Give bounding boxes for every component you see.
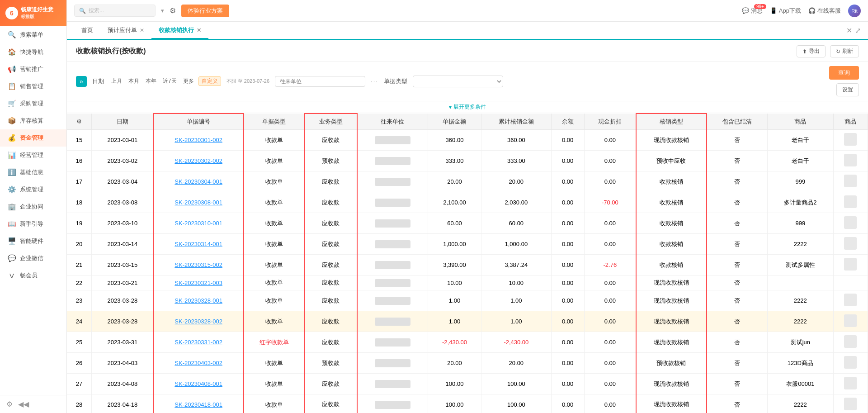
cell-voucher-no[interactable]: SK-20230304-001 bbox=[154, 171, 244, 192]
sidebar-item-guide[interactable]: 📖新手引导 bbox=[0, 215, 66, 233]
cell-partner: ██████ bbox=[357, 171, 428, 192]
gear-icon[interactable]: ⚙ bbox=[170, 6, 176, 15]
cell-voucher-no[interactable]: SK-20230408-001 bbox=[154, 374, 244, 394]
cell-voucher-no[interactable]: SK-20230301-002 bbox=[154, 130, 244, 151]
sidebar-item-marketing[interactable]: 📢营销推广 bbox=[0, 61, 66, 78]
close-tab-icon[interactable]: ✕ bbox=[846, 26, 852, 35]
cell-amount: 20.00 bbox=[428, 171, 481, 192]
cell-voucher-type: 收款单 bbox=[244, 353, 305, 374]
date-more[interactable]: 更多 bbox=[181, 76, 196, 86]
sidebar-item-inventory[interactable]: 📦库存核算 bbox=[0, 112, 66, 129]
voucher-no-link[interactable]: SK-20230301-002 bbox=[175, 137, 222, 143]
cell-voucher-no[interactable]: SK-20230328-001 bbox=[154, 290, 244, 311]
tab-home[interactable]: 首页 bbox=[74, 23, 100, 39]
chevron-down-icon: ▾ bbox=[449, 104, 452, 110]
sidebar-label-enterprise: 企业协同 bbox=[20, 203, 43, 211]
refresh-button[interactable]: ↻ 刷新 bbox=[830, 45, 859, 57]
date-this-year[interactable]: 本年 bbox=[144, 76, 158, 86]
cell-voucher-no[interactable]: SK-20230418-001 bbox=[154, 394, 244, 413]
date-this-month[interactable]: 本月 bbox=[127, 76, 141, 86]
cell-voucher-no[interactable]: SK-20230302-002 bbox=[154, 151, 244, 171]
tab-pre-payable[interactable]: 预计应付单 ✕ bbox=[100, 23, 151, 39]
sidebar-item-operations[interactable]: 📊经营管理 bbox=[0, 147, 66, 164]
voucher-no-link[interactable]: SK-20230408-001 bbox=[175, 380, 222, 387]
collapse-icon[interactable]: ◀◀ bbox=[18, 400, 29, 408]
cell-voucher-no[interactable]: SK-20230328-002 bbox=[154, 311, 244, 332]
tab-close-pre-payable[interactable]: ✕ bbox=[140, 27, 144, 33]
voucher-no-link[interactable]: SK-20230310-001 bbox=[175, 220, 222, 227]
settings-icon[interactable]: ⚙ bbox=[6, 400, 13, 408]
voucher-no-link[interactable]: SK-20230328-002 bbox=[175, 318, 222, 325]
voucher-no-link[interactable]: SK-20230308-001 bbox=[175, 199, 222, 206]
tab-receipt-cancel[interactable]: 收款核销执行 ✕ bbox=[151, 23, 208, 39]
cell-voucher-type: 收款单 bbox=[244, 192, 305, 213]
sidebar-item-quick-nav[interactable]: 🏠快捷导航 bbox=[0, 43, 66, 61]
partner-input[interactable] bbox=[275, 76, 365, 87]
cell-voucher-no[interactable]: SK-20230315-002 bbox=[154, 255, 244, 275]
cell-cash-discount: -70.00 bbox=[584, 192, 636, 213]
data-table: ⚙日期单据编号单据类型业务类型往来单位单据金额累计核销金额余额现金折扣核销类型包… bbox=[67, 113, 868, 413]
cell-biz-type: 预收款 bbox=[305, 151, 357, 171]
voucher-no-link[interactable]: SK-20230328-001 bbox=[175, 297, 222, 304]
voucher-no-link[interactable]: SK-20230331-002 bbox=[175, 339, 222, 346]
date-7days[interactable]: 近7天 bbox=[161, 76, 179, 86]
settings-button[interactable]: 设置 bbox=[836, 83, 859, 96]
voucher-no-link[interactable]: SK-20230315-002 bbox=[175, 261, 222, 268]
sidebar-item-sales[interactable]: 📋销售管理 bbox=[0, 78, 66, 95]
cell-voucher-no[interactable]: SK-20230308-001 bbox=[154, 192, 244, 213]
cell-date: 2023-04-18 bbox=[92, 394, 154, 413]
date-custom-button[interactable]: 自定义 bbox=[198, 76, 221, 86]
cell-include-settled: 否 bbox=[707, 171, 768, 192]
sidebar-item-system[interactable]: ⚙️系统管理 bbox=[0, 181, 66, 198]
query-button[interactable]: 查询 bbox=[829, 66, 859, 80]
cell-voucher-no[interactable]: SK-20230321-003 bbox=[154, 275, 244, 290]
voucher-type-select[interactable] bbox=[413, 76, 503, 87]
cell-voucher-no[interactable]: SK-20230314-001 bbox=[154, 234, 244, 255]
cell-voucher-no[interactable]: SK-20230331-002 bbox=[154, 332, 244, 353]
sidebar-icon-wechat: 💬 bbox=[7, 254, 16, 262]
cell-partner: ██████ bbox=[357, 192, 428, 213]
voucher-no-link[interactable]: SK-20230314-001 bbox=[175, 241, 222, 247]
online-service-link[interactable]: 🎧 在线客服 bbox=[808, 7, 841, 15]
voucher-no-link[interactable]: SK-20230418-001 bbox=[175, 401, 222, 408]
voucher-no-link[interactable]: SK-20230403-002 bbox=[175, 360, 222, 366]
cell-cash-discount: 0.00 bbox=[584, 311, 636, 332]
sidebar-icon-marketing: 📢 bbox=[7, 65, 16, 73]
search-icon: 🔍 bbox=[79, 8, 86, 14]
industry-solution-button[interactable]: 体验行业方案 bbox=[181, 5, 229, 17]
user-avatar[interactable]: Rit bbox=[848, 5, 861, 17]
tab-close-receipt-cancel[interactable]: ✕ bbox=[197, 27, 201, 33]
cell-voucher-no[interactable]: SK-20230310-001 bbox=[154, 213, 244, 234]
app-download-link[interactable]: 📱 App下载 bbox=[770, 7, 801, 15]
date-last-month[interactable]: 上月 bbox=[109, 76, 124, 86]
cell-partner: ██████ bbox=[357, 394, 428, 413]
sidebar-item-search-menu[interactable]: 🔍搜索菜单 bbox=[0, 26, 66, 43]
filter-toggle-button[interactable]: » bbox=[76, 76, 87, 87]
expand-more-button[interactable]: ▾ 展开更多条件 bbox=[449, 103, 486, 111]
expand-icon[interactable]: ⤢ bbox=[855, 26, 861, 35]
message-badge[interactable]: 💬 消息 99+ bbox=[742, 7, 763, 15]
sidebar-item-smart-hw[interactable]: 🖥️智能硬件 bbox=[0, 233, 66, 250]
sidebar-item-vip[interactable]: V畅会员 bbox=[0, 267, 66, 284]
sidebar-item-wechat[interactable]: 💬企业微信 bbox=[0, 250, 66, 267]
sidebar-item-purchase[interactable]: 🛒采购管理 bbox=[0, 95, 66, 112]
table-row: 152023-03-01SK-20230301-002收款单应收款██████3… bbox=[67, 130, 868, 151]
export-button[interactable]: ⬆ 导出 bbox=[797, 45, 826, 57]
cell-voucher-no[interactable]: SK-20230403-002 bbox=[154, 353, 244, 374]
cell-biz-type: 应收款 bbox=[305, 332, 357, 353]
cell-product-image bbox=[833, 234, 868, 255]
page-title: 收款核销执行(按收款) bbox=[76, 47, 146, 56]
voucher-no-link[interactable]: SK-20230304-001 bbox=[175, 178, 222, 185]
search-box[interactable]: 🔍 搜索... bbox=[74, 5, 156, 17]
cell-partner: ██████ bbox=[357, 353, 428, 374]
cell-seq: 26 bbox=[67, 353, 92, 374]
cell-product-image bbox=[833, 275, 868, 290]
voucher-no-link[interactable]: SK-20230321-003 bbox=[175, 280, 222, 286]
col-header-cancel_type: 核销类型 bbox=[636, 114, 707, 130]
voucher-no-link[interactable]: SK-20230302-002 bbox=[175, 157, 222, 164]
sidebar-label-wechat: 企业微信 bbox=[20, 254, 43, 262]
table-row: 212023-03-15SK-20230315-002收款单应收款██████3… bbox=[67, 255, 868, 275]
sidebar-item-finance[interactable]: 💰资金管理 bbox=[0, 129, 66, 147]
sidebar-item-enterprise[interactable]: 🏢企业协同 bbox=[0, 198, 66, 215]
sidebar-item-basic-info[interactable]: ℹ️基础信息 bbox=[0, 164, 66, 181]
